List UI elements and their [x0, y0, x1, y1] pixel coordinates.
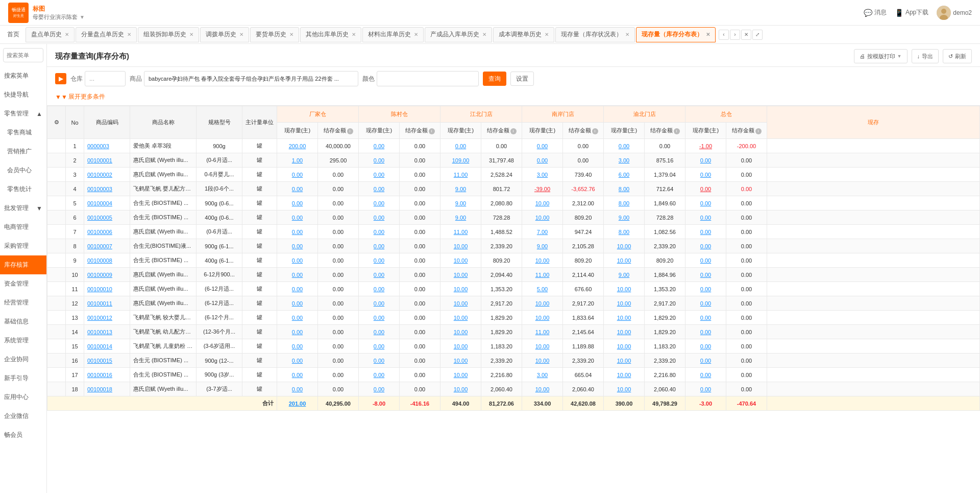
- td-w4-qty[interactable]: 11.00: [522, 268, 563, 282]
- warehouse-input[interactable]: [85, 71, 126, 86]
- td-w1-qty[interactable]: 0.00: [277, 282, 318, 296]
- td-w3-qty[interactable]: 10.00: [440, 296, 481, 311]
- td-total-qty[interactable]: 0.00: [685, 325, 726, 339]
- td-w2-qty[interactable]: 0.00: [359, 382, 400, 396]
- sidebar-item-caigou[interactable]: 采购管理: [0, 237, 46, 255]
- tab-kucunzhuang[interactable]: 现存量（库存状况表） ✕: [555, 27, 635, 42]
- search-input[interactable]: [3, 48, 43, 62]
- td-code[interactable]: 0000003: [84, 139, 130, 153]
- print-btn[interactable]: 🖨 按模版打印 ▼: [854, 49, 908, 63]
- td-w4-qty[interactable]: 10.00: [522, 210, 563, 225]
- td-w2-qty[interactable]: 0.00: [359, 239, 400, 253]
- td-w3-qty[interactable]: 10.00: [440, 382, 481, 396]
- td-w3-qty[interactable]: 11.00: [440, 225, 481, 239]
- tab-qichu-close[interactable]: ✕: [352, 32, 356, 37]
- td-w2-qty[interactable]: 0.00: [359, 268, 400, 282]
- td-w1-qty[interactable]: 200.00: [277, 139, 318, 153]
- info-icon-w1amt[interactable]: i: [347, 128, 353, 134]
- info-icon-totalamt[interactable]: i: [755, 128, 762, 134]
- td-total-qty[interactable]: 0.00: [685, 210, 726, 225]
- td-w5-qty[interactable]: 3.00: [604, 153, 645, 168]
- td-w1-qty[interactable]: 0.00: [277, 325, 318, 339]
- td-code[interactable]: 00100016: [84, 368, 130, 382]
- td-w4-qty[interactable]: 3.00: [522, 168, 563, 182]
- td-w2-qty[interactable]: 0.00: [359, 139, 400, 153]
- info-icon-w2amt[interactable]: i: [429, 128, 435, 134]
- tab-prev-btn[interactable]: ‹: [719, 30, 729, 40]
- td-code[interactable]: 00100011: [84, 296, 130, 311]
- tab-cailiao-close[interactable]: ✕: [414, 32, 418, 37]
- td-total-qty[interactable]: -1.00: [685, 139, 726, 153]
- td-total-qty[interactable]: 0.00: [685, 239, 726, 253]
- tab-yaohuo-close[interactable]: ✕: [289, 32, 293, 37]
- td-total-qty[interactable]: 0.00: [685, 296, 726, 311]
- info-icon-w5amt[interactable]: i: [674, 128, 680, 134]
- td-w2-qty[interactable]: 0.00: [359, 196, 400, 210]
- td-w1-qty[interactable]: 0.00: [277, 225, 318, 239]
- sidebar-item-zijin[interactable]: 资金管理: [0, 274, 46, 293]
- message-btn[interactable]: 💬 消息: [864, 8, 887, 17]
- td-w1-qty[interactable]: 0.00: [277, 368, 318, 382]
- app-download-btn[interactable]: 📱 App下载: [895, 8, 928, 17]
- query-btn[interactable]: 查询: [483, 72, 506, 86]
- refresh-btn[interactable]: ↺ 刷新: [943, 49, 972, 63]
- td-code[interactable]: 00100012: [84, 311, 130, 325]
- td-code[interactable]: 00100009: [84, 268, 130, 282]
- tab-close-all-btn[interactable]: ✕: [741, 30, 751, 40]
- td-w1-qty[interactable]: 0.00: [277, 196, 318, 210]
- td-w3-qty[interactable]: 10.00: [440, 325, 481, 339]
- td-total-qty[interactable]: 0.00: [685, 354, 726, 368]
- td-w3-qty[interactable]: 9.00: [440, 196, 481, 210]
- td-total-qty[interactable]: 0.00: [685, 368, 726, 382]
- sidebar-item-lingshoucheng[interactable]: 零售商城: [0, 123, 46, 142]
- td-w5-qty[interactable]: 8.00: [604, 196, 645, 210]
- sidebar-item-dianshang[interactable]: 电商管理: [0, 218, 46, 237]
- td-w5-qty[interactable]: 10.00: [604, 282, 645, 296]
- td-total-qty[interactable]: 0.00: [685, 282, 726, 296]
- sidebar-item-yingyong[interactable]: 应用中心: [0, 388, 46, 407]
- td-w5-qty[interactable]: 8.00: [604, 225, 645, 239]
- sidebar-item-kucun[interactable]: 库存核算: [0, 255, 46, 274]
- sidebar-item-xitong[interactable]: 系统管理: [0, 331, 46, 350]
- td-total-qty[interactable]: 0.00: [685, 168, 726, 182]
- td-w5-qty[interactable]: 10.00: [604, 239, 645, 253]
- td-w5-qty[interactable]: 9.00: [604, 210, 645, 225]
- td-w1-qty[interactable]: 1.00: [277, 153, 318, 168]
- sidebar-item-pifaguan[interactable]: 批发管理 ▼: [0, 199, 46, 218]
- td-w5-qty[interactable]: 8.00: [604, 182, 645, 196]
- td-w3-qty[interactable]: 10.00: [440, 268, 481, 282]
- td-w3-qty[interactable]: 11.00: [440, 168, 481, 182]
- sidebar-item-lingshoutonj[interactable]: 零售统计: [0, 180, 46, 199]
- td-w4-qty[interactable]: 11.00: [522, 325, 563, 339]
- tab-chengpin-close[interactable]: ✕: [482, 32, 486, 37]
- tab-home[interactable]: 首页: [2, 27, 24, 42]
- td-w2-qty[interactable]: 0.00: [359, 339, 400, 354]
- sidebar-item-huiyuan[interactable]: 会员中心: [0, 161, 46, 180]
- td-w4-qty[interactable]: 7.00: [522, 225, 563, 239]
- td-w3-qty[interactable]: 10.00: [440, 253, 481, 268]
- td-code[interactable]: 00100003: [84, 182, 130, 196]
- tab-maximize-btn[interactable]: ⤢: [752, 30, 763, 40]
- td-w2-qty[interactable]: 0.00: [359, 354, 400, 368]
- sidebar-item-qiyeweixin[interactable]: 企业微信: [0, 407, 46, 426]
- sidebar-item-sousuo[interactable]: 搜索英单: [0, 66, 46, 85]
- tab-cailiao[interactable]: 材料出库单历史 ✕: [362, 27, 424, 42]
- td-w2-qty[interactable]: 0.00: [359, 296, 400, 311]
- filter-expand-icon[interactable]: ▶: [55, 73, 66, 84]
- td-w2-qty[interactable]: 0.00: [359, 368, 400, 382]
- info-icon-w3amt[interactable]: i: [510, 128, 517, 134]
- td-w1-qty[interactable]: 0.00: [277, 168, 318, 182]
- td-total-qty[interactable]: 0.00: [685, 339, 726, 354]
- tab-zuche[interactable]: 组装拆卸单历史 ✕: [138, 27, 199, 42]
- sidebar-item-xinshou[interactable]: 新手引导: [0, 369, 46, 388]
- sidebar-item-kuaijie[interactable]: 快捷导航: [0, 85, 46, 104]
- td-w3-qty[interactable]: 109.00: [440, 153, 481, 168]
- td-code[interactable]: 00100018: [84, 382, 130, 396]
- sidebar-item-changhui[interactable]: 畅会员: [0, 426, 46, 444]
- td-w3-qty[interactable]: 0.00: [440, 139, 481, 153]
- td-w3-qty[interactable]: 10.00: [440, 282, 481, 296]
- td-w4-qty[interactable]: 0.00: [522, 153, 563, 168]
- tab-chengpin[interactable]: 产成品入库单历史 ✕: [425, 27, 492, 42]
- td-w2-qty[interactable]: 0.00: [359, 325, 400, 339]
- td-w2-qty[interactable]: 0.00: [359, 153, 400, 168]
